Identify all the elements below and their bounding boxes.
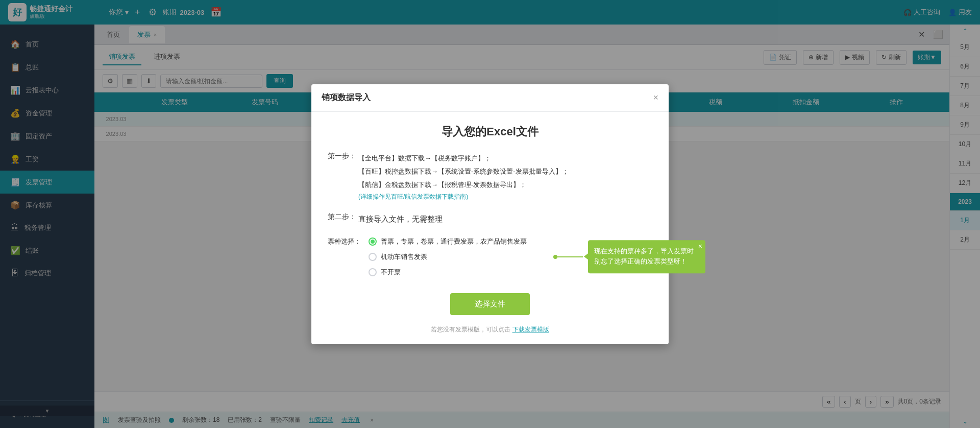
step1-link[interactable]: (详细操作见百旺/航信发票数据下载指南) [358,193,569,201]
import-modal: 销项数据导入 × 导入您的Excel文件 第一步： 【全电平台】数据下载→【税务… [311,84,669,344]
modal-main-title: 导入您的Excel文件 [328,124,652,139]
step1-line1: 【全电平台】数据下载→【税务数字账户】； [358,152,569,165]
ticket-select-section: 票种选择： 普票，专票，卷票，通行费发票，农产品销售发票 机动车销售 [328,237,652,283]
modal-body: 导入您的Excel文件 第一步： 【全电平台】数据下载→【税务数字账户】； 【百… [311,112,669,344]
ticket-label: 票种选择： [328,237,369,246]
modal-close-button[interactable]: × [653,92,658,103]
modal-overlay[interactable]: 销项数据导入 × 导入您的Excel文件 第一步： 【全电平台】数据下载→【税务… [0,0,980,428]
step2-section: 第二步： 直接导入文件，无需整理 [328,211,652,227]
step1-line3: 【航信】金税盘数据下载→【报税管理-发票数据导出】； [358,178,569,192]
radio-circle [369,253,377,261]
radio-vehicle-ticket[interactable]: 机动车销售发票 × 现在支持的票种多了，导入发票时别忘了选择正确的发票类型呀！ [369,252,527,261]
select-file-button[interactable]: 选择文件 [450,293,530,315]
modal-footer: 若您没有发票模版，可以点击 下载发票模版 [328,325,652,334]
modal-title: 销项数据导入 [322,92,371,103]
modal-header: 销项数据导入 × [311,84,669,112]
download-template-link[interactable]: 下载发票模版 [512,326,549,333]
radio-circle [369,237,377,246]
footer-text: 若您没有发票模版，可以点击 [431,326,510,333]
step2-text: 直接导入文件，无需整理 [358,211,443,227]
radio-label: 普票，专票，卷票，通行费发票，农产品销售发票 [381,237,527,246]
step1-line2: 【百旺】税控盘数据下载→【系统设置-系统参数设置-发票批量导入】； [358,165,569,178]
step1-label: 第一步： [328,152,358,161]
tooltip-text: 现在支持的票种多了，导入发票时别忘了选择正确的发票类型呀！ [594,247,694,266]
radio-label: 机动车销售发票 [381,252,427,261]
tooltip-close-button[interactable]: × [698,242,702,250]
radio-circle [369,268,377,276]
radio-label: 不开票 [381,268,401,277]
tooltip-bubble: × 现在支持的票种多了，导入发票时别忘了选择正确的发票类型呀！ [588,240,705,274]
step2-label: 第二步： [328,212,358,222]
step1-section: 第一步： 【全电平台】数据下载→【税务数字账户】； 【百旺】税控盘数据下载→【系… [328,152,652,201]
radio-dot [371,240,375,244]
radio-no-ticket[interactable]: 不开票 [369,268,527,277]
radio-general-ticket[interactable]: 普票，专票，卷票，通行费发票，农产品销售发票 [369,237,527,246]
